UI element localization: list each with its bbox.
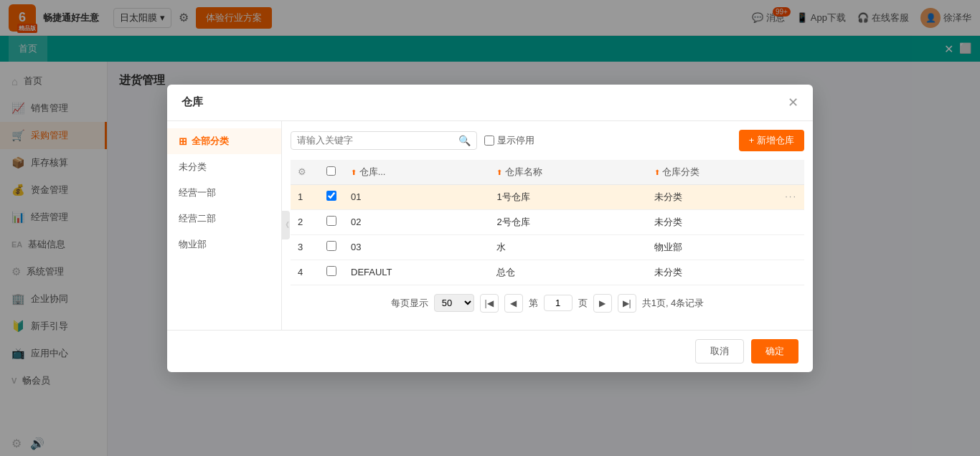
- table-area: 🔍 显示停用 + 新增仓库 ⚙ ⬆ 仓库...: [282, 121, 813, 330]
- search-icon[interactable]: 🔍: [458, 135, 471, 146]
- cat-item-ops1[interactable]: 经营一部: [167, 180, 281, 206]
- warehouse-modal: 仓库 ✕ ⊞ 全部分类 未分类 经营一部 经营二部: [167, 85, 813, 372]
- row-category: 未分类: [647, 260, 804, 285]
- modal-body: ⊞ 全部分类 未分类 经营一部 经营二部 物业部 《: [167, 121, 813, 330]
- cat-item-property[interactable]: 物业部: [167, 232, 281, 257]
- modal-overlay: 仓库 ✕ ⊞ 全部分类 未分类 经营一部 经营二部: [0, 0, 980, 456]
- first-page-button[interactable]: |◀: [480, 294, 499, 313]
- row-name: 1号仓库: [489, 184, 646, 209]
- grid-icon: ⊞: [179, 136, 187, 147]
- warehouse-table: ⚙ ⬆ 仓库... ⬆ 仓库名称 ⬆ 仓库分类 1 01 1号仓库 未分类···…: [291, 160, 804, 285]
- search-box: 🔍: [291, 131, 477, 150]
- table-row[interactable]: 3 03 水 物业部: [291, 234, 804, 260]
- row-code: 01: [344, 184, 489, 209]
- table-toolbar: 🔍 显示停用 + 新增仓库: [291, 130, 804, 151]
- cancel-button[interactable]: 取消: [695, 339, 744, 364]
- th-gear: ⚙: [291, 160, 319, 185]
- modal-footer: 取消 确定: [167, 330, 813, 372]
- th-code: ⬆ 仓库...: [344, 160, 489, 185]
- th-name: ⬆ 仓库名称: [489, 160, 646, 185]
- per-page-select[interactable]: 50 100: [434, 294, 474, 312]
- row-category: 未分类···: [647, 184, 804, 209]
- row-index: 3: [291, 234, 319, 260]
- table-row[interactable]: 4 DEFAULT 总仓 未分类: [291, 260, 804, 285]
- row-index: 1: [291, 184, 319, 209]
- total-records: 共1页, 4条记录: [642, 297, 705, 310]
- table-row[interactable]: 1 01 1号仓库 未分类···: [291, 184, 804, 209]
- sort-icon-name: ⬆: [496, 168, 502, 176]
- row-name: 总仓: [489, 260, 646, 285]
- cat-item-ops2[interactable]: 经营二部: [167, 206, 281, 232]
- sort-icon: ⬆: [351, 168, 357, 176]
- row-code: 02: [344, 209, 489, 234]
- row-name: 水: [489, 234, 646, 260]
- cat-item-unclassified[interactable]: 未分类: [167, 154, 281, 180]
- close-icon[interactable]: ✕: [788, 95, 798, 110]
- show-disabled-checkbox[interactable]: [484, 136, 494, 146]
- th-category: ⬆ 仓库分类: [647, 160, 804, 185]
- sort-icon-cat: ⬆: [654, 168, 660, 176]
- row-index: 2: [291, 209, 319, 234]
- add-warehouse-button[interactable]: + 新增仓库: [739, 130, 804, 151]
- pagination: 每页显示 50 100 |◀ ◀ 第 页 ▶ ▶| 共1页, 4条记录: [291, 285, 804, 321]
- row-checkbox[interactable]: [319, 209, 344, 234]
- search-input[interactable]: [297, 135, 456, 146]
- row-category: 物业部: [647, 234, 804, 260]
- row-code: 03: [344, 234, 489, 260]
- confirm-button[interactable]: 确定: [751, 339, 798, 364]
- table-row[interactable]: 2 02 2号仓库 未分类: [291, 209, 804, 234]
- modal-header: 仓库 ✕: [167, 85, 813, 121]
- category-sidebar: ⊞ 全部分类 未分类 经营一部 经营二部 物业部 《: [167, 121, 282, 330]
- row-checkbox[interactable]: [319, 260, 344, 285]
- settings-icon[interactable]: ⚙: [298, 166, 306, 177]
- collapse-category-button[interactable]: 《: [281, 211, 290, 239]
- th-checkbox: [319, 160, 344, 185]
- row-index: 4: [291, 260, 319, 285]
- prev-page-button[interactable]: ◀: [504, 294, 523, 313]
- show-disabled-label[interactable]: 显示停用: [484, 134, 534, 147]
- next-page-button[interactable]: ▶: [593, 294, 612, 313]
- row-checkbox[interactable]: [319, 234, 344, 260]
- row-category: 未分类: [647, 209, 804, 234]
- row-action-icon[interactable]: ···: [785, 191, 797, 201]
- row-name: 2号仓库: [489, 209, 646, 234]
- modal-title: 仓库: [182, 95, 203, 109]
- select-all-checkbox[interactable]: [326, 166, 336, 176]
- cat-item-all[interactable]: ⊞ 全部分类: [167, 128, 281, 154]
- last-page-button[interactable]: ▶|: [618, 294, 636, 313]
- page-number-input[interactable]: [544, 295, 573, 311]
- row-code: DEFAULT: [344, 260, 489, 285]
- row-checkbox[interactable]: [319, 184, 344, 209]
